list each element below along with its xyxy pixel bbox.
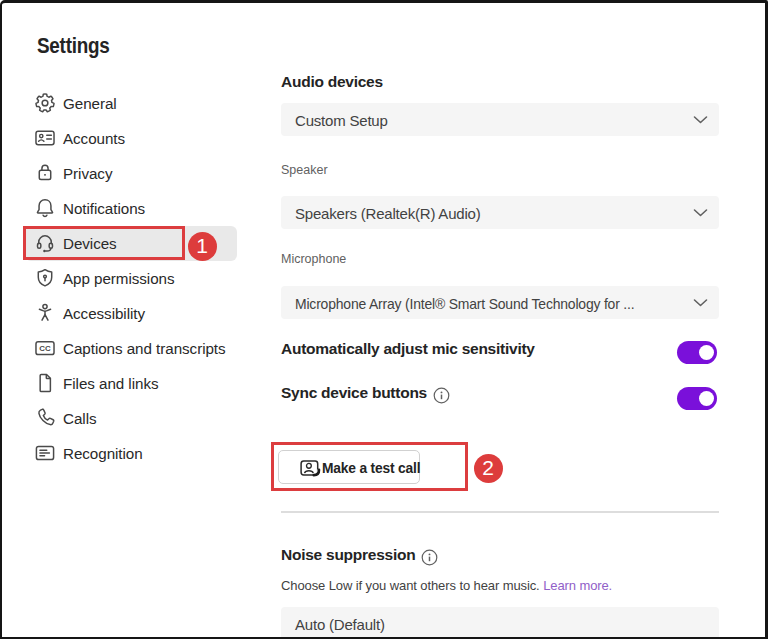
svg-text:CC: CC bbox=[39, 344, 51, 353]
